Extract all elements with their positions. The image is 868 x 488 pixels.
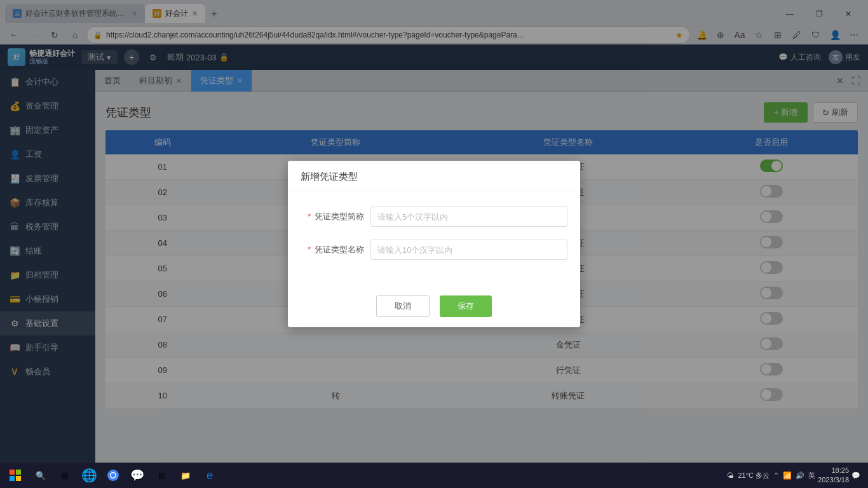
taskbar-time-text: 18:25 (818, 466, 849, 475)
taskbar-notify-area: 🌤 21°C 多云 ⌃ 📶 🔊 英 (727, 471, 815, 480)
taskbar-date-text: 2023/3/18 (818, 475, 849, 485)
notification-button[interactable]: 💬 (851, 471, 860, 480)
taskbar-browser-2[interactable]: e (198, 464, 221, 487)
abbr-input[interactable] (370, 207, 567, 227)
taskbar-wechat[interactable]: 💬 (126, 464, 149, 487)
taskbar-folder[interactable]: 📁 (174, 464, 197, 487)
dialog-title: 新增凭证类型 (301, 171, 358, 182)
taskbar-chevron-up[interactable]: ⌃ (773, 471, 779, 480)
svg-rect-2 (10, 476, 15, 481)
save-button[interactable]: 保存 (440, 295, 492, 317)
sound-icon: 🔊 (796, 471, 804, 480)
taskbar-apps[interactable]: ⊞ (150, 464, 173, 487)
new-voucher-type-dialog: 新增凭证类型 * 凭证类型简称 * 凭证类型名称 取消 保存 (288, 161, 580, 327)
taskbar-task-view[interactable]: ⊞ (53, 464, 76, 487)
cancel-button[interactable]: 取消 (376, 295, 430, 317)
abbr-required-mark: * (308, 212, 311, 221)
name-required-mark: * (308, 245, 311, 254)
taskbar-edge[interactable]: 🌐 (78, 464, 100, 487)
svg-rect-0 (10, 470, 15, 475)
lang-indicator: 英 (808, 471, 815, 480)
wifi-icon: 📶 (783, 471, 792, 480)
name-input[interactable] (370, 240, 567, 260)
abbr-label: * 凭证类型简称 (301, 211, 370, 222)
dialog-overlay: 新增凭证类型 * 凭证类型简称 * 凭证类型名称 取消 保存 (0, 0, 868, 488)
svg-rect-1 (16, 470, 21, 475)
start-button[interactable] (3, 465, 28, 485)
taskbar-chrome[interactable] (102, 464, 125, 487)
taskbar-search[interactable]: 🔍 (29, 464, 52, 487)
weather-text: 21°C 多云 (738, 471, 770, 480)
svg-point-6 (111, 473, 116, 478)
name-label: * 凭证类型名称 (301, 244, 370, 255)
svg-rect-3 (16, 476, 21, 481)
taskbar-clock: 18:25 2023/3/18 (818, 466, 849, 485)
weather-icon: 🌤 (727, 471, 734, 479)
